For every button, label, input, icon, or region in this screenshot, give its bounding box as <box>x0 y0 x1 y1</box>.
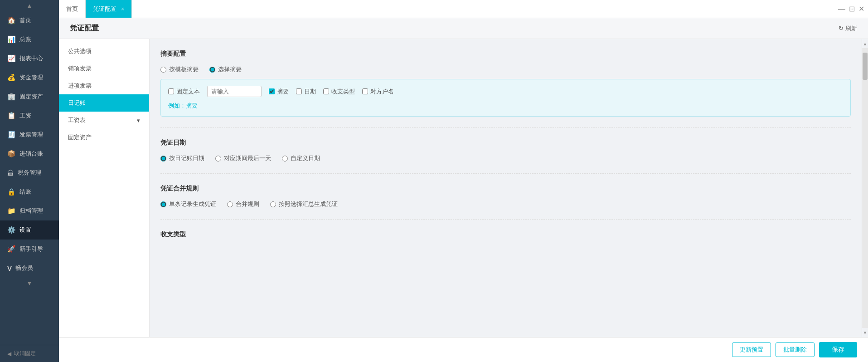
checkbox-income-type[interactable]: 收支类型 <box>323 88 355 96</box>
sidebar-item-archive-label: 归档管理 <box>19 207 43 215</box>
summary-radio-group: 按模板摘要 选择摘要 <box>160 65 851 73</box>
checkbox-counterparty-input[interactable] <box>362 88 368 94</box>
voucher-date-section: 凭证日期 按日记账日期 对应期间最后一天 自定义日期 <box>160 139 851 174</box>
tab-home-label: 首页 <box>66 5 78 13</box>
batch-delete-button[interactable]: 批量删除 <box>776 342 815 357</box>
cancel-pin-button[interactable]: ◀ 取消固定 <box>0 345 59 362</box>
sidebar-item-close[interactable]: 🔒 结账 <box>0 182 59 201</box>
sidebar-item-ledger[interactable]: 📊 总账 <box>0 30 59 49</box>
checkbox-summary-label: 摘要 <box>277 88 289 96</box>
radio-custom-date[interactable]: 自定义日期 <box>282 154 320 162</box>
tab-voucher-config[interactable]: 凭证配置 × <box>86 0 132 18</box>
scroll-thumb[interactable] <box>863 53 868 80</box>
tab-close-icon[interactable]: × <box>121 6 124 12</box>
checkbox-income-type-input[interactable] <box>323 88 329 94</box>
scroll-down-arrow[interactable]: ▼ <box>862 328 868 337</box>
sidebar-item-invoice-label: 发票管理 <box>19 131 43 139</box>
update-preview-button[interactable]: 更新预置 <box>732 342 771 357</box>
invoice-icon: 🧾 <box>7 131 16 139</box>
left-nav-journal-label: 日记账 <box>68 99 86 107</box>
income-type-title: 收支类型 <box>160 230 851 239</box>
checkbox-summary[interactable]: 摘要 <box>269 88 289 96</box>
tab-bar-right: — ⊡ ✕ <box>838 5 868 13</box>
radio-choose-summary-input[interactable] <box>209 67 215 73</box>
checkbox-fixed-text[interactable]: 固定文本 <box>168 88 200 96</box>
radio-by-journal-date-label: 按日记账日期 <box>169 154 204 162</box>
sidebar-item-tax[interactable]: 🏛 税务管理 <box>0 163 59 182</box>
sidebar-item-close-label: 结账 <box>19 188 31 196</box>
scroll-up-arrow[interactable]: ▲ <box>862 39 868 48</box>
tab-home[interactable]: 首页 <box>59 0 86 18</box>
vip-icon: V <box>7 264 12 272</box>
assets-icon: 🏢 <box>7 93 16 101</box>
sidebar-scroll-down[interactable]: ▼ <box>0 278 59 289</box>
window-minimize-button[interactable]: — <box>838 5 845 13</box>
refresh-button[interactable]: ↻ 刷新 <box>839 24 857 33</box>
radio-by-journal-date-input[interactable] <box>160 156 166 161</box>
sidebar-item-assets-label: 固定资产 <box>19 93 43 101</box>
left-nav-journal[interactable]: 日记账 <box>59 94 149 112</box>
bottom-bar: 更新预置 批量删除 保存 <box>59 337 868 362</box>
scroll-track[interactable] <box>862 48 868 328</box>
radio-template-summary[interactable]: 按模板摘要 <box>160 65 199 73</box>
sidebar-item-reports-label: 报表中心 <box>19 54 43 63</box>
pin-icon: ◀ <box>7 351 11 357</box>
left-nav-purchase[interactable]: 进项发票 <box>59 77 149 94</box>
radio-last-day-input[interactable] <box>215 156 221 161</box>
checkbox-summary-input[interactable] <box>269 88 275 94</box>
sidebar-item-guide[interactable]: 🚀 新手引导 <box>0 240 59 259</box>
sidebar-item-funds-label: 资金管理 <box>19 73 43 82</box>
tab-bar: 首页 凭证配置 × — ⊡ ✕ <box>59 0 868 18</box>
radio-last-day[interactable]: 对应期间最后一天 <box>215 154 271 162</box>
sidebar-item-payroll[interactable]: 📋 工资 <box>0 106 59 125</box>
sidebar-scroll-up[interactable]: ▲ <box>0 0 59 11</box>
left-nav-payroll-table[interactable]: 工资表 ▾ <box>59 112 149 129</box>
radio-summary-generate-label: 按照选择汇总生成凭证 <box>279 200 338 208</box>
left-nav-fixed-assets[interactable]: 固定资产 <box>59 129 149 146</box>
sidebar-item-funds[interactable]: 💰 资金管理 <box>0 68 59 87</box>
checkbox-fixed-text-input[interactable] <box>168 88 174 94</box>
radio-summary-generate[interactable]: 按照选择汇总生成凭证 <box>270 200 338 208</box>
refresh-label: 刷新 <box>845 24 857 33</box>
window-close-button[interactable]: ✕ <box>858 5 864 13</box>
checkbox-date[interactable]: 日期 <box>296 88 316 96</box>
left-nav-public[interactable]: 公共选项 <box>59 43 149 60</box>
payroll-icon: 📋 <box>7 112 16 120</box>
sidebar-item-vip[interactable]: V 畅会员 <box>0 259 59 278</box>
chevron-down-icon: ▾ <box>137 117 140 124</box>
sidebar-item-home[interactable]: 🏠 首页 <box>0 11 59 30</box>
checkbox-date-input[interactable] <box>296 88 302 94</box>
radio-template-summary-input[interactable] <box>160 67 166 73</box>
checkbox-date-label: 日期 <box>304 88 316 96</box>
sidebar-item-purchase[interactable]: 📦 进销台账 <box>0 144 59 163</box>
sidebar-item-assets[interactable]: 🏢 固定资产 <box>0 87 59 106</box>
sidebar-item-settings[interactable]: ⚙️ 设置 <box>0 220 59 240</box>
left-nav-sales[interactable]: 销项发票 <box>59 60 149 77</box>
window-restore-button[interactable]: ⊡ <box>849 5 855 13</box>
page-header: 凭证配置 ↻ 刷新 <box>59 18 868 39</box>
checkbox-row: 固定文本 摘要 日期 <box>168 86 843 97</box>
settings-icon: ⚙️ <box>7 226 16 234</box>
home-icon: 🏠 <box>7 16 16 24</box>
sidebar-item-reports[interactable]: 📈 报表中心 <box>0 49 59 68</box>
checkbox-counterparty[interactable]: 对方户名 <box>362 88 394 96</box>
scrollbar[interactable]: ▲ ▼ <box>862 39 868 337</box>
radio-choose-summary[interactable]: 选择摘要 <box>209 65 242 73</box>
radio-custom-date-input[interactable] <box>282 156 288 161</box>
radio-merge-rules-label: 合并规则 <box>236 200 259 208</box>
radio-merge-rules[interactable]: 合并规则 <box>227 200 259 208</box>
radio-single-record-input[interactable] <box>160 201 166 207</box>
sidebar-item-invoice[interactable]: 🧾 发票管理 <box>0 125 59 144</box>
checkbox-income-type-label: 收支类型 <box>331 88 355 96</box>
fixed-text-input[interactable] <box>207 86 262 97</box>
save-button[interactable]: 保存 <box>819 342 857 357</box>
radio-single-record[interactable]: 单条记录生成凭证 <box>160 200 216 208</box>
radio-summary-generate-input[interactable] <box>270 201 276 207</box>
sidebar-item-guide-label: 新手引导 <box>19 245 43 253</box>
radio-by-journal-date[interactable]: 按日记账日期 <box>160 154 204 162</box>
checkbox-counterparty-label: 对方户名 <box>370 88 394 96</box>
sidebar-item-archive[interactable]: 📁 归档管理 <box>0 201 59 220</box>
archive-icon: 📁 <box>7 207 16 215</box>
radio-merge-rules-input[interactable] <box>227 201 233 207</box>
main-area: 首页 凭证配置 × — ⊡ ✕ 凭证配置 ↻ 刷新 公共选项 <box>59 0 868 362</box>
